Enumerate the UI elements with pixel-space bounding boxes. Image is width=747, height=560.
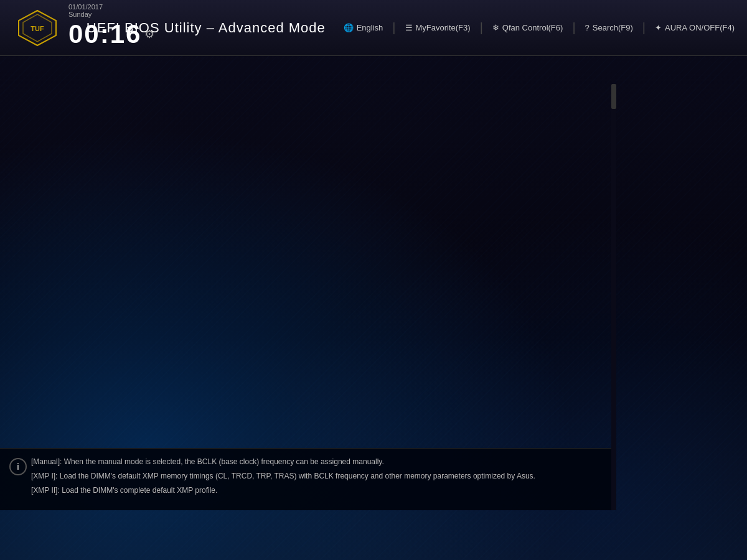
search-button[interactable]: ? Search(F9) <box>585 23 633 32</box>
globe-icon: 🌐 <box>344 23 354 32</box>
language-selector[interactable]: 🌐 English <box>344 23 383 32</box>
aura-icon: ✦ <box>655 23 662 32</box>
top-toolbar: 🌐 English | ☰ MyFavorite(F3) | ❄ Qfan Co… <box>344 21 741 35</box>
separator-3: | <box>572 21 575 35</box>
info-line-xmp1: [XMP I]: Load the DIMM's default XMP mem… <box>31 470 599 482</box>
time-display: 00:16 <box>68 19 141 49</box>
myfavorite-button[interactable]: ☰ MyFavorite(F3) <box>405 23 471 32</box>
date-display: 01/01/2017 Sunday 00:16 ⚙ <box>68 3 154 49</box>
info-text: [Manual]: When the manual mode is select… <box>31 456 599 497</box>
separator-4: | <box>642 21 646 35</box>
info-line-manual: [Manual]: When the manual mode is select… <box>31 456 599 468</box>
scroll-indicator[interactable] <box>611 84 616 510</box>
svg-text:TUF: TUF <box>31 25 44 32</box>
myfavorite-label: MyFavorite(F3) <box>416 23 471 32</box>
top-header: TUF 01/01/2017 Sunday 00:16 ⚙ UEFI BIOS … <box>0 0 747 56</box>
search-label: Search(F9) <box>593 23 633 32</box>
separator-2: | <box>480 21 483 35</box>
question-icon: ? <box>585 23 590 32</box>
info-icon: i <box>9 458 27 475</box>
bookmark-icon: ☰ <box>405 23 413 32</box>
aura-button[interactable]: ✦ AURA ON/OFF(F4) <box>655 23 735 32</box>
fan-icon: ❄ <box>492 23 499 32</box>
logo-area: TUF <box>6 9 68 47</box>
info-line-xmp2: [XMP II]: Load the DIMM's complete defau… <box>31 485 599 497</box>
qfan-label: Qfan Control(F6) <box>502 23 563 32</box>
qfan-button[interactable]: ❄ Qfan Control(F6) <box>492 23 563 32</box>
gear-settings-icon[interactable]: ⚙ <box>144 27 154 41</box>
scroll-thumb <box>611 84 616 109</box>
info-box: i [Manual]: When the manual mode is sele… <box>0 448 611 510</box>
aura-label: AURA ON/OFF(F4) <box>665 23 735 32</box>
separator-1: | <box>392 21 395 35</box>
asus-logo: TUF <box>16 9 59 47</box>
language-label: English <box>357 23 383 32</box>
